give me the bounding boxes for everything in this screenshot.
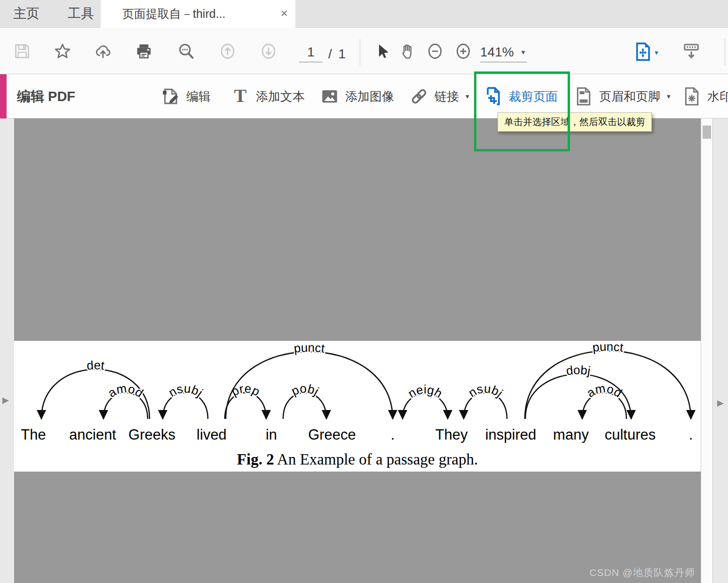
add-image-button-label: 添加图像 xyxy=(345,88,394,105)
arrow-head-icon xyxy=(626,410,636,420)
arc-label: dobj xyxy=(565,363,591,378)
dependency-arc xyxy=(225,393,266,419)
pdf-canvas[interactable]: detamodnsubjpreppobjpunctneighnsubjamodd… xyxy=(14,118,701,583)
header-footer-icon xyxy=(574,86,593,107)
figure-caption: Fig. 2 An Example of a passage graph. xyxy=(237,451,478,468)
crop-tooltip: 单击并选择区域，然后双击以裁剪 xyxy=(498,112,652,132)
arc-label: punct xyxy=(592,341,625,355)
arc-label: nsubj xyxy=(166,381,206,400)
arc-label: punct xyxy=(293,341,325,355)
figure-word: many xyxy=(553,426,589,443)
arrow-head-icon xyxy=(459,410,468,420)
zoom-level-control[interactable]: 141% ▾ xyxy=(480,43,527,63)
save-icon[interactable] xyxy=(13,42,31,60)
vertical-scrollbar[interactable] xyxy=(701,118,713,583)
edit-button[interactable]: 编辑 xyxy=(161,74,211,118)
arc-label: neigh xyxy=(405,382,445,401)
crop-pages-button-label: 裁剪页面 xyxy=(509,88,558,105)
figure-word: lived xyxy=(197,426,227,443)
right-panel-toggle-icon[interactable]: ▶ xyxy=(717,398,724,408)
acrobat-window: 主页 工具 页面提取自－third... × 1 / 1 xyxy=(0,0,728,583)
close-icon[interactable]: × xyxy=(281,0,288,26)
arrow-head-icon xyxy=(443,410,452,420)
figure-word: Greeks xyxy=(128,426,175,443)
cloud-upload-icon[interactable] xyxy=(94,42,112,60)
chevron-down-icon: ▾ xyxy=(667,92,671,101)
print-icon[interactable] xyxy=(135,42,153,60)
page-down-icon[interactable] xyxy=(260,42,277,60)
figure-word: Greece xyxy=(308,426,356,443)
add-image-button[interactable]: 添加图像 xyxy=(320,74,394,118)
image-icon xyxy=(320,86,340,107)
chevron-down-icon[interactable]: ▾ xyxy=(655,48,658,57)
pdf-page-figure-region: detamodnsubjpreppobjpunctneighnsubjamodd… xyxy=(14,341,701,472)
add-text-button[interactable]: T 添加文本 xyxy=(230,74,305,118)
figure-word: The xyxy=(21,426,46,443)
dependency-arc xyxy=(103,393,148,419)
page-number-input[interactable]: 1 xyxy=(299,45,323,63)
dependency-arc xyxy=(464,393,507,419)
dependency-arc xyxy=(163,393,208,419)
svg-text:T: T xyxy=(234,86,247,106)
collapse-toolbar-icon[interactable] xyxy=(682,42,701,60)
page-total-label: / 1 xyxy=(328,47,347,62)
tab-home[interactable]: 主页 xyxy=(13,0,40,27)
chevron-down-icon: ▾ xyxy=(466,92,469,101)
dependency-arc xyxy=(525,351,691,419)
page-up-icon[interactable] xyxy=(219,42,237,60)
edit-pdf-accent-bar xyxy=(0,74,7,118)
chevron-down-icon: ▾ xyxy=(522,48,525,56)
figure-word: . xyxy=(391,426,395,443)
figure-word: cultures xyxy=(605,426,656,443)
scrollbar-thumb[interactable] xyxy=(703,126,711,139)
header-footer-button-label: 页眉和页脚 xyxy=(599,88,660,105)
dependency-arc xyxy=(582,393,626,419)
zoom-out-icon[interactable] xyxy=(426,42,444,60)
search-icon[interactable] xyxy=(177,42,195,60)
letter-t-icon: T xyxy=(230,86,250,107)
arc-label: det xyxy=(86,358,105,372)
figure-word: They xyxy=(435,426,468,443)
arc-label: nsubj xyxy=(466,381,506,400)
edit-pdf-toolbar: 编辑 PDF 编辑 T 添加文本 添加图像 链接 ▾ 裁剪页面 页眉和页脚 ▾ xyxy=(0,74,728,118)
arrow-head-icon xyxy=(578,410,587,420)
select-tool-icon[interactable] xyxy=(373,42,391,60)
arrow-head-icon xyxy=(158,410,167,420)
watermark-button[interactable]: 水印 xyxy=(682,74,728,118)
link-button[interactable]: 链接 ▾ xyxy=(409,74,469,118)
tab-document[interactable]: 页面提取自－third... × xyxy=(101,0,295,28)
crop-tooltip-text: 单击并选择区域，然后双击以裁剪 xyxy=(504,117,645,127)
header-footer-button[interactable]: 页眉和页脚 ▾ xyxy=(574,74,671,118)
link-icon xyxy=(409,86,429,107)
arrow-head-icon xyxy=(398,410,407,420)
edit-button-label: 编辑 xyxy=(186,88,211,105)
dependency-arc xyxy=(403,394,448,419)
watermark-icon xyxy=(682,86,702,107)
arrow-head-icon xyxy=(261,410,271,420)
hand-tool-icon[interactable] xyxy=(399,42,417,60)
add-text-button-label: 添加文本 xyxy=(256,88,305,105)
figure-word: in xyxy=(266,426,277,443)
link-button-label: 链接 xyxy=(435,88,459,105)
csdn-watermark: CSDN @地质队炼丹师 xyxy=(589,566,695,579)
dependency-graph-figure: detamodnsubjpreppobjpunctneighnsubjamodd… xyxy=(14,341,701,472)
arrow-head-icon xyxy=(388,410,397,420)
zoom-in-icon[interactable] xyxy=(454,42,472,60)
left-panel-strip: ▶ xyxy=(0,118,14,583)
tab-tools[interactable]: 工具 xyxy=(68,0,94,27)
main-toolbar: 1 / 1 141% ▾ ▾ xyxy=(0,27,728,74)
arrow-head-icon xyxy=(322,410,331,420)
arrow-head-icon xyxy=(686,410,696,420)
fit-page-icon[interactable] xyxy=(634,42,652,61)
page-pencil-icon xyxy=(161,86,181,107)
figure-word: ancient xyxy=(69,426,116,443)
arrow-head-icon xyxy=(99,410,108,420)
crop-page-icon xyxy=(483,86,503,107)
left-panel-toggle-icon[interactable]: ▶ xyxy=(2,395,9,405)
favorite-star-icon[interactable] xyxy=(54,42,71,60)
tab-bar: 主页 工具 页面提取自－third... × xyxy=(0,0,728,27)
crop-pages-button[interactable]: 裁剪页面 xyxy=(483,74,558,118)
toolbar-divider xyxy=(360,39,360,65)
figure-word: inspired xyxy=(485,426,537,443)
figure-word: . xyxy=(689,426,693,443)
